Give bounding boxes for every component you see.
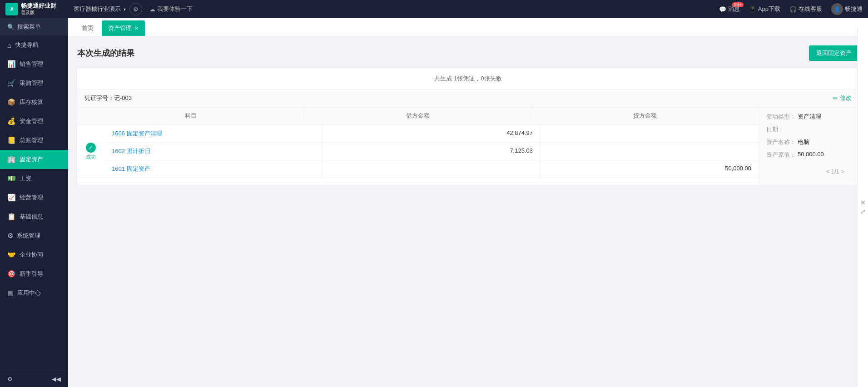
sidebar-item-label: 快捷导航 — [15, 41, 39, 49]
ledger-icon: 📒 — [7, 136, 16, 144]
search-menu[interactable]: 🔍 搜索菜单 — [0, 18, 68, 35]
sidebar-item-app-center[interactable]: ▦ 应用中心 — [0, 283, 68, 303]
logo-icon: A — [5, 3, 18, 15]
sidebar-item-operations[interactable]: 📈 经营管理 — [0, 188, 68, 207]
side-panel-change-type: 变动类型： 资产清理 — [766, 113, 852, 121]
page-title: 本次生成的结果 — [77, 48, 134, 59]
guide-icon: 🎯 — [7, 270, 16, 278]
subject-3[interactable]: 1601 固定资产 — [104, 160, 322, 178]
return-button[interactable]: 返回固定资产 — [809, 45, 859, 61]
sidebar-item-label: 总账管理 — [20, 136, 43, 144]
main-table: 科目 借方金额 贷方金额 ✓ 成功 — [77, 107, 759, 185]
experience-label: 我要体验一下 — [157, 5, 193, 13]
subject-2[interactable]: 1602 累计折旧 — [104, 143, 322, 160]
edit-button[interactable]: ✏ 修改 — [833, 94, 852, 102]
sidebar-item-label: 资金管理 — [20, 117, 43, 125]
close-icon[interactable]: ✕ — [860, 199, 866, 206]
sidebar-item-fixed-assets[interactable]: 🏢 固定资产 — [0, 150, 68, 169]
sidebar-item-payroll[interactable]: 💵 工资 — [0, 169, 68, 188]
pagination[interactable]: < 1/1 > — [766, 164, 852, 179]
result-card: 共生成 1张凭证，0张失败 凭证字号：记-003 ✏ 修改 科目 — [77, 68, 859, 185]
company-name: 医疗器械行业演示 — [74, 5, 121, 13]
subject-1[interactable]: 1606 固定资产清理 — [104, 125, 322, 142]
change-type-value: 资产清理 — [798, 113, 821, 121]
settings-button[interactable]: ⚙ — [129, 3, 142, 15]
operations-icon: 📈 — [7, 194, 16, 202]
table-row: 1606 固定资产清理 42,874.97 — [104, 125, 759, 143]
funds-icon: 💰 — [7, 117, 16, 125]
sidebar-collapse-icon[interactable]: ◀◀ — [52, 376, 61, 382]
experience-button[interactable]: ☁ 我要体验一下 — [149, 5, 193, 13]
asset-name-label: 资产名称： — [766, 138, 796, 146]
status-column: ✓ 成功 — [77, 125, 104, 178]
side-panel: 变动类型： 资产清理 日期： 资产名称： 电脑 资产原值： — [759, 107, 859, 185]
tab-close-icon[interactable]: ✕ — [134, 25, 139, 31]
sidebar-item-label: 新手引导 — [20, 270, 43, 278]
asset-value-value: 50,000.00 — [798, 151, 824, 159]
app-download-button[interactable]: 📱 App下载 — [749, 5, 780, 13]
logo-text: 畅捷通好业财 — [21, 2, 56, 10]
page-header: 本次生成的结果 返回固定资产 — [77, 45, 859, 61]
basic-info-icon: 📋 — [7, 213, 16, 221]
change-type-label: 变动类型： — [766, 113, 796, 121]
online-service-label: 在线客服 — [799, 5, 822, 13]
main-layout: 🔍 搜索菜单 ⌂ 快捷导航 📊 销售管理 🛒 采购管理 📦 库存核算 💰 — [0, 18, 868, 387]
debit-3 — [322, 160, 541, 178]
messages-badge: 99+ — [732, 2, 744, 7]
col-debit: 借方金额 — [304, 107, 531, 124]
user-label: 畅捷通 — [845, 5, 863, 13]
expand-icon[interactable]: ⤢ — [860, 208, 866, 215]
sidebar-item-label: 库存核算 — [20, 98, 43, 106]
sidebar-item-quick-nav[interactable]: ⌂ 快捷导航 — [0, 35, 68, 55]
sidebar-item-sales[interactable]: 📊 销售管理 — [0, 55, 68, 74]
tab-asset-mgmt-label: 资产管理 — [108, 24, 132, 32]
sidebar-item-label: 基础信息 — [20, 213, 43, 221]
voucher-header: 凭证字号：记-003 ✏ 修改 — [77, 89, 859, 107]
sidebar-item-label: 工资 — [20, 174, 31, 183]
sidebar-item-ledger[interactable]: 📒 总账管理 — [0, 131, 68, 150]
edit-icon: ✏ — [833, 95, 838, 102]
side-resize-handle[interactable]: ✕ ⤢ — [857, 27, 868, 387]
summary-text: 共生成 1张凭证，0张失败 — [434, 75, 501, 82]
top-bar-right: 💬 消息 99+ 📱 App下载 🎧 在线客服 👤 畅捷通 — [719, 3, 863, 15]
table-data-rows: 1606 固定资产清理 42,874.97 1602 累计折旧 7,125.03 — [104, 125, 759, 178]
avatar: 👤 — [831, 3, 843, 15]
top-bar: A 畅捷通好业财 普及版 医疗器械行业演示 ▾ ⚙ ☁ 我要体验一下 💬 消息 … — [0, 0, 868, 18]
credit-2 — [541, 143, 759, 160]
success-icon: ✓ — [86, 143, 96, 153]
sidebar-item-label: 销售管理 — [20, 60, 43, 68]
sidebar-item-guide[interactable]: 🎯 新手引导 — [0, 264, 68, 283]
app-download-label: App下载 — [758, 5, 780, 13]
debit-2: 7,125.03 — [322, 143, 541, 160]
logo-sub: 普及版 — [21, 10, 56, 16]
voucher-number: 凭证字号：记-003 — [84, 94, 132, 102]
credit-1 — [541, 125, 759, 142]
home-icon: ⌂ — [7, 41, 11, 49]
sidebar-item-funds[interactable]: 💰 资金管理 — [0, 112, 68, 131]
sidebar-item-label: 应用中心 — [17, 289, 41, 297]
dropdown-arrow-icon: ▾ — [124, 7, 126, 12]
sidebar-item-inventory[interactable]: 📦 库存核算 — [0, 93, 68, 112]
sidebar-item-purchase[interactable]: 🛒 采购管理 — [0, 74, 68, 93]
headset-icon: 🎧 — [789, 6, 797, 13]
tab-home[interactable]: 首页 — [75, 20, 100, 36]
table-row: 1601 固定资产 50,000.00 — [104, 160, 759, 178]
sidebar-item-enterprise[interactable]: 🤝 企业协同 — [0, 245, 68, 264]
success-label: 成功 — [86, 154, 96, 160]
asset-value-label: 资产原值： — [766, 151, 796, 159]
search-icon: 🔍 — [7, 24, 15, 30]
sidebar-item-system[interactable]: ⚙ 系统管理 — [0, 226, 68, 245]
table-header: 科目 借方金额 贷方金额 — [77, 107, 759, 125]
messages-button[interactable]: 💬 消息 99+ — [719, 5, 740, 13]
user-menu[interactable]: 👤 畅捷通 — [831, 3, 863, 15]
tab-asset-mgmt[interactable]: 资产管理 ✕ — [102, 20, 145, 36]
company-selector[interactable]: 医疗器械行业演示 ▾ — [74, 5, 126, 13]
edit-label: 修改 — [840, 94, 852, 102]
side-panel-asset-value: 资产原值： 50,000.00 — [766, 151, 852, 159]
sidebar-item-basic-info[interactable]: 📋 基础信息 — [0, 207, 68, 226]
sidebar-settings-icon[interactable]: ⚙ — [7, 376, 13, 382]
checkmark-icon: ✓ — [89, 144, 93, 151]
message-icon: 💬 — [719, 6, 726, 13]
search-menu-label: 搜索菜单 — [17, 23, 41, 31]
online-service-button[interactable]: 🎧 在线客服 — [789, 5, 822, 13]
